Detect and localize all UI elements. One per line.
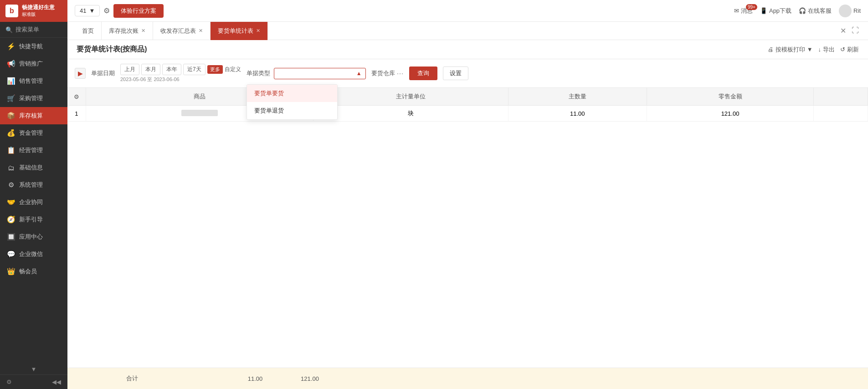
user-name: Rit <box>853 7 861 14</box>
row-qty: 11.00 <box>508 106 647 122</box>
tab-collection-close[interactable]: ✕ <box>199 28 203 34</box>
sidebar-item-finance[interactable]: 💰 资金管理 <box>0 124 67 142</box>
sidebar-item-quick-nav[interactable]: ⚡ 快捷导航 <box>0 38 67 55</box>
prev-month-btn[interactable]: 上月 <box>120 64 139 75</box>
inventory-icon: 📦 <box>6 112 15 120</box>
quick-nav-icon: ⚡ <box>6 42 15 51</box>
topbar-gear-icon[interactable]: ⚙ <box>103 6 110 15</box>
date-filter-label: 单据日期 <box>91 69 115 77</box>
refresh-icon: ↺ <box>840 46 845 53</box>
sidebar-item-label: 采购管理 <box>19 94 43 102</box>
sidebar-item-system[interactable]: ⚙ 系统管理 <box>0 176 67 194</box>
cooperation-icon: 🤝 <box>6 198 15 206</box>
sidebar-scroll-down[interactable]: ▼ <box>0 364 67 374</box>
date-custom-btn[interactable]: 自定义 <box>225 66 241 73</box>
last7days-btn[interactable]: 近7天 <box>183 64 205 75</box>
sidebar-item-basic[interactable]: 🗂 基础信息 <box>0 159 67 176</box>
dropdown-item-order-goods[interactable]: 要货单要货 <box>247 85 337 102</box>
sidebar-item-label: 销售管理 <box>19 77 43 85</box>
sidebar-item-label: 库存核算 <box>19 112 43 120</box>
type-dropdown: 要货单要货 要货单退货 <box>247 84 338 120</box>
row-unit: 块 <box>313 106 508 122</box>
setting-button[interactable]: 设置 <box>443 67 468 80</box>
sidebar-collapse-icon[interactable]: ◀◀ <box>52 379 61 385</box>
message-icon: ✉ <box>734 7 739 14</box>
store-selector[interactable]: 41 ▼ <box>75 5 100 16</box>
filter-expand-btn[interactable]: ▶ <box>75 68 86 79</box>
sidebar-item-purchase[interactable]: 🛒 采购管理 <box>0 90 67 107</box>
warehouse-more-icon[interactable]: ··· <box>397 69 404 78</box>
refresh-label: 刷新 <box>847 46 859 54</box>
type-input[interactable] <box>278 70 354 77</box>
this-month-btn[interactable]: 本月 <box>141 64 160 75</box>
sidebar-item-member[interactable]: 👑 畅会员 <box>0 263 67 280</box>
sidebar-item-label: 应用中心 <box>19 233 43 241</box>
table-settings-icon[interactable]: ⚙ <box>74 93 79 100</box>
type-selector[interactable]: ▲ <box>274 68 366 79</box>
search-button[interactable]: 查询 <box>409 67 437 80</box>
tab-home-label: 首页 <box>82 27 94 35</box>
close-all-tabs-btn[interactable]: ✕ <box>838 25 848 37</box>
main-content: 41 ▼ ⚙ 体验行业方案 ✉ 消息 99+ 📱 App下载 🎧 在线客服 R <box>67 0 868 389</box>
user-avatar-area[interactable]: Rit <box>839 5 861 17</box>
tab-order-label: 要货单统计表 <box>218 27 253 35</box>
dropdown-item-order-return[interactable]: 要货单退货 <box>247 102 337 119</box>
service-label: 在线客服 <box>808 7 832 15</box>
page-actions: 🖨 按模板打印 ▼ ↓ 导出 ↺ 刷新 <box>768 46 859 54</box>
app-download[interactable]: 📱 App下载 <box>760 7 791 15</box>
sidebar-item-cooperation[interactable]: 🤝 企业协同 <box>0 194 67 211</box>
purchase-icon: 🛒 <box>6 94 15 102</box>
sidebar-item-wechat[interactable]: 💬 企业微信 <box>0 246 67 263</box>
sidebar-item-label: 系统管理 <box>19 181 43 189</box>
messages-count: 99+ <box>746 4 757 10</box>
tab-batch-close[interactable]: ✕ <box>141 28 145 34</box>
date-group: 上月 本月 本年 近7天 更多 自定义 <box>120 64 241 75</box>
wechat-icon: 💬 <box>6 250 15 258</box>
marketing-icon: 📢 <box>6 60 15 68</box>
warehouse-filter: 要货仓库 ··· <box>371 69 404 78</box>
sidebar-item-guide[interactable]: 🧭 新手引导 <box>0 211 67 228</box>
this-year-btn[interactable]: 本年 <box>162 64 181 75</box>
export-icon: ↓ <box>818 46 822 53</box>
search-menu[interactable]: 🔍 搜索菜单 <box>0 22 67 38</box>
sidebar-item-operations[interactable]: 📋 经营管理 <box>0 142 67 159</box>
tab-actions: ✕ ⛶ <box>838 25 861 37</box>
tab-home[interactable]: 首页 <box>75 22 102 40</box>
trial-button[interactable]: 体验行业方案 <box>113 4 164 18</box>
store-dropdown-icon: ▼ <box>89 7 95 14</box>
apps-icon: 🔲 <box>6 233 15 241</box>
data-table: ⚙ 商品 主计量单位 主数量 零售金额 1 <box>67 88 868 122</box>
tab-order-summary[interactable]: 要货单统计表 ✕ <box>211 22 268 40</box>
tab-collection-summary[interactable]: 收发存汇总表 ✕ <box>153 22 211 40</box>
sidebar-item-inventory[interactable]: 📦 库存核算 <box>0 107 67 124</box>
online-service[interactable]: 🎧 在线客服 <box>799 7 832 15</box>
table-header-row: ⚙ 商品 主计量单位 主数量 零售金额 <box>67 88 868 106</box>
sidebar-item-sales[interactable]: 📊 销售管理 <box>0 72 67 90</box>
table-footer: 合计 11.00 121.00 <box>67 368 868 389</box>
topbar-left: 41 ▼ ⚙ 体验行业方案 <box>75 4 164 18</box>
content-area: 要货单统计表(按商品) 🖨 按模板打印 ▼ ↓ 导出 ↺ 刷新 ▶ <box>67 40 868 389</box>
col-settings[interactable]: ⚙ <box>67 88 86 106</box>
tab-batch-account[interactable]: 库存批次账 ✕ <box>102 22 153 40</box>
fullscreen-btn[interactable]: ⛶ <box>850 25 861 37</box>
date-more-btn[interactable]: 更多 <box>207 65 223 74</box>
sidebar-item-marketing[interactable]: 📢 营销推广 <box>0 55 67 72</box>
app-download-label: App下载 <box>769 7 791 15</box>
type-filter-label: 单据类型 <box>247 69 270 77</box>
basic-icon: 🗂 <box>6 164 15 172</box>
messages-badge[interactable]: ✉ 消息 99+ <box>734 7 753 15</box>
sidebar-item-label: 资金管理 <box>19 129 43 137</box>
tab-order-close[interactable]: ✕ <box>256 28 260 34</box>
print-action[interactable]: 🖨 按模板打印 ▼ <box>768 46 813 54</box>
refresh-action[interactable]: ↺ 刷新 <box>840 46 859 54</box>
topbar: 41 ▼ ⚙ 体验行业方案 ✉ 消息 99+ 📱 App下载 🎧 在线客服 R <box>67 0 868 22</box>
footer-label: 合计 <box>91 373 173 384</box>
sidebar-nav: ⚡ 快捷导航 📢 营销推广 📊 销售管理 🛒 采购管理 📦 库存核算 💰 资金管… <box>0 38 67 364</box>
sidebar-item-apps[interactable]: 🔲 应用中心 <box>0 228 67 246</box>
logo-icon: b <box>5 5 18 17</box>
footer-unit-spacer <box>173 377 228 380</box>
store-name: 41 <box>80 7 86 14</box>
sidebar-footer: ⚙ ◀◀ <box>0 374 67 389</box>
export-action[interactable]: ↓ 导出 <box>818 46 835 54</box>
sidebar-settings-icon[interactable]: ⚙ <box>6 379 12 385</box>
